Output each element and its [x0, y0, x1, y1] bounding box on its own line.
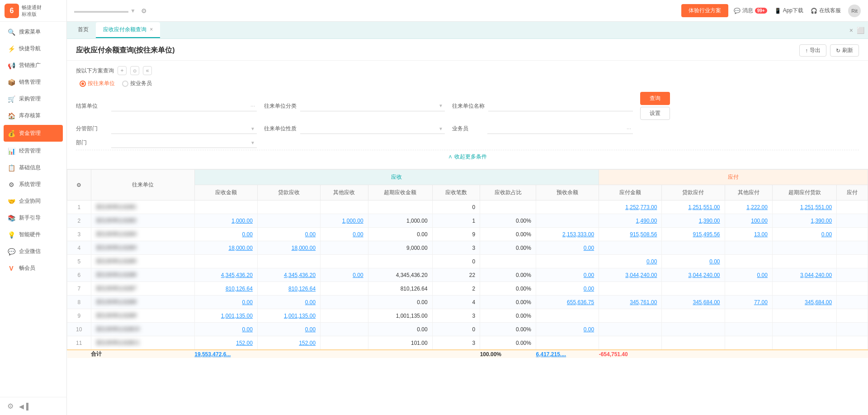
tab-home[interactable]: 首页 — [71, 22, 96, 38]
table-cell[interactable]: 1,251,551.00 — [662, 200, 725, 214]
table-cell[interactable]: 1,000.00 — [194, 214, 257, 228]
filter-jiesuan-input[interactable]: ··· — [111, 101, 257, 111]
filter-wanglai-fenlei-select[interactable]: ▼ — [300, 101, 445, 111]
table-cell[interactable]: 152.00 — [194, 336, 257, 350]
table-cell[interactable]: 0.00 — [194, 228, 257, 241]
table-cell[interactable]: 1,490.00 — [599, 214, 662, 228]
table-cell[interactable]: 0.00 — [536, 323, 599, 336]
scheme-partner[interactable]: 按往来单位 — [80, 80, 115, 87]
table-cell[interactable]: 915,495.56 — [662, 228, 725, 241]
table-cell[interactable] — [599, 282, 662, 296]
table-cell[interactable]: 0.00 — [772, 228, 836, 241]
table-cell[interactable] — [772, 336, 836, 350]
trial-button[interactable]: 体验行业方案 — [681, 4, 728, 17]
table-cell[interactable]: 0.00 — [536, 268, 599, 282]
footer-prepay[interactable]: 6,417,215.... — [536, 350, 599, 358]
app-download-item[interactable]: 📱 App下载 — [774, 7, 803, 14]
table-cell[interactable] — [772, 255, 836, 268]
table-cell[interactable]: 0.00 — [725, 268, 772, 282]
filter-fenguan-select[interactable]: ▼ — [111, 124, 257, 134]
topbar-gear-icon[interactable]: ⚙ — [141, 7, 147, 14]
table-cell[interactable] — [725, 323, 772, 336]
xingzhi-dropdown[interactable] — [300, 124, 445, 134]
wanglai-fenlei-dropdown[interactable] — [300, 101, 445, 111]
table-cell[interactable] — [321, 336, 368, 350]
settings-button[interactable]: 设置 — [640, 107, 670, 120]
table-settings-icon[interactable]: ⚙ — [76, 182, 81, 188]
table-cell[interactable]: 0.00 — [321, 268, 368, 282]
table-cell[interactable]: 2,153,333.00 — [536, 228, 599, 241]
filter-wanglai-name-input[interactable] — [488, 101, 633, 111]
close-window-icon[interactable]: × — [849, 27, 853, 34]
table-cell[interactable]: 0.00 — [536, 241, 599, 255]
sidebar-item-guide[interactable]: 📚 新手引导 — [0, 210, 66, 226]
table-cell[interactable]: 1,390.00 — [662, 214, 725, 228]
breadcrumb-dropdown-icon[interactable]: ▼ — [130, 8, 136, 14]
table-cell[interactable] — [662, 241, 725, 255]
table-cell[interactable]: 3,044,240.00 — [662, 268, 725, 282]
table-cell[interactable] — [725, 282, 772, 296]
table-cell[interactable] — [772, 282, 836, 296]
table-cell[interactable]: 345,684.00 — [662, 296, 725, 309]
query-button[interactable]: 查询 — [640, 92, 670, 105]
table-cell[interactable] — [536, 336, 599, 350]
maximize-window-icon[interactable]: ⬜ — [857, 27, 864, 34]
sidebar-item-marketing[interactable]: 📢 营销推广 — [0, 57, 66, 74]
table-cell[interactable]: 0.00 — [194, 296, 257, 309]
table-cell[interactable] — [725, 241, 772, 255]
sidebar-item-nav[interactable]: ⚡ 快捷导航 — [0, 40, 66, 57]
table-cell[interactable] — [321, 282, 368, 296]
export-button[interactable]: ↑ 导出 — [799, 44, 826, 57]
table-cell[interactable] — [725, 255, 772, 268]
table-cell[interactable]: 18,000.00 — [194, 241, 257, 255]
table-cell[interactable]: 4,345,436.20 — [257, 268, 320, 282]
table-cell[interactable] — [725, 309, 772, 323]
table-cell[interactable] — [725, 336, 772, 350]
table-cell[interactable]: 0.00 — [257, 228, 320, 241]
settings-icon[interactable]: ⚙ — [7, 402, 14, 410]
tab-receivables[interactable]: 应收应付余额查询 × — [96, 22, 160, 38]
user-avatar[interactable]: Rit — [848, 5, 861, 17]
table-cell[interactable] — [772, 241, 836, 255]
online-service-item[interactable]: 🎧 在线客服 — [811, 7, 841, 14]
table-cell[interactable]: 3,044,240.00 — [772, 268, 836, 282]
table-cell[interactable]: 100.00 — [725, 214, 772, 228]
table-cell[interactable] — [772, 323, 836, 336]
sidebar-item-wechat[interactable]: 💬 企业微信 — [0, 243, 66, 260]
jiesuan-input-field[interactable] — [111, 101, 257, 111]
table-cell[interactable] — [599, 309, 662, 323]
table-cell[interactable] — [772, 309, 836, 323]
table-cell[interactable] — [662, 323, 725, 336]
table-cell[interactable]: 0.00 — [194, 323, 257, 336]
scheme-salesperson[interactable]: 按业务员 — [122, 80, 152, 87]
table-cell[interactable]: 0.00 — [599, 255, 662, 268]
filter-xingzhi-select[interactable]: ▼ — [300, 124, 445, 134]
footer-yingshou[interactable]: 19,553,472,6... — [194, 350, 257, 358]
table-cell[interactable]: 345,684.00 — [772, 296, 836, 309]
table-cell[interactable] — [662, 336, 725, 350]
table-cell[interactable]: 1,390.00 — [772, 214, 836, 228]
table-cell[interactable]: 1,251,551.00 — [772, 200, 836, 214]
sidebar-item-system[interactable]: ⚙ 系统管理 — [0, 176, 66, 193]
table-cell[interactable]: 4,345,436.20 — [194, 268, 257, 282]
table-cell[interactable]: 915,508.56 — [599, 228, 662, 241]
table-cell[interactable]: 1,001,135.00 — [194, 309, 257, 323]
sidebar-item-finance[interactable]: 💰 资金管理 — [4, 125, 63, 142]
fenguan-dropdown[interactable] — [111, 124, 257, 134]
filter-target-button[interactable]: ⊙ — [130, 66, 139, 75]
table-cell[interactable] — [321, 241, 368, 255]
table-cell[interactable] — [599, 336, 662, 350]
yewuyuan-input-field[interactable] — [487, 124, 633, 134]
table-cell[interactable]: 3,044,240.00 — [599, 268, 662, 282]
sidebar-item-vip[interactable]: V 畅会员 — [0, 260, 66, 277]
table-cell[interactable]: 0.00 — [257, 323, 320, 336]
table-cell[interactable]: 0.00 — [662, 255, 725, 268]
table-cell[interactable]: 1,252,773.00 — [599, 200, 662, 214]
table-cell[interactable]: 0.00 — [257, 296, 320, 309]
table-cell[interactable] — [257, 214, 320, 228]
filter-yewuyuan-input[interactable]: ··· — [487, 124, 633, 134]
table-cell[interactable] — [194, 200, 257, 214]
table-cell[interactable]: 655,636.75 — [536, 296, 599, 309]
table-cell[interactable]: 0.00 — [536, 282, 599, 296]
table-cell[interactable] — [536, 309, 599, 323]
